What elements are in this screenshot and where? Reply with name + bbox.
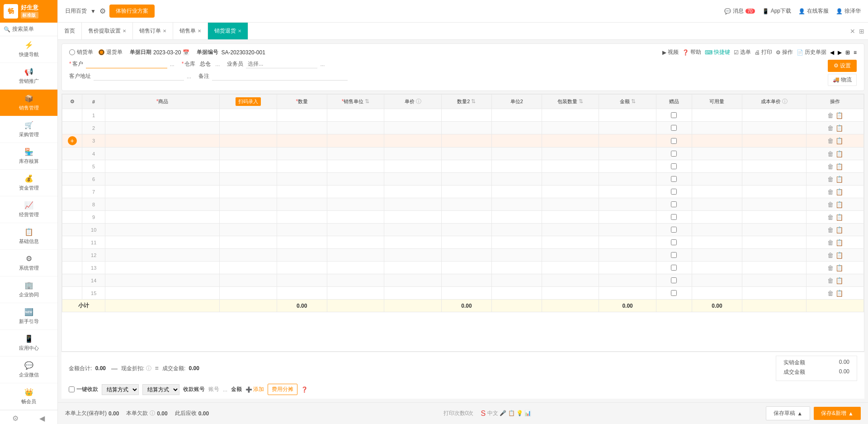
row-goods[interactable] bbox=[105, 160, 219, 173]
row-amount[interactable] bbox=[599, 224, 656, 236]
row-amount[interactable] bbox=[599, 122, 656, 134]
delete-icon[interactable]: 🗑 bbox=[827, 277, 834, 284]
copy-icon[interactable]: 📋 bbox=[835, 201, 843, 208]
copy-icon[interactable]: 📋 bbox=[835, 226, 843, 233]
app-download-btn[interactable]: 📱 App下载 bbox=[762, 7, 791, 15]
row-pack-qty[interactable] bbox=[542, 262, 599, 274]
row-price[interactable] bbox=[384, 122, 442, 134]
add-row-btn[interactable]: + bbox=[68, 136, 77, 145]
row-qty2[interactable] bbox=[441, 287, 491, 300]
sidebar-item-member[interactable]: 👑 畅会员 bbox=[0, 383, 57, 410]
row-price[interactable] bbox=[384, 198, 442, 211]
sidebar-item-system[interactable]: ⚙ 系统管理 bbox=[0, 250, 57, 276]
row-amount[interactable] bbox=[599, 249, 656, 262]
copy-icon[interactable]: 📋 bbox=[835, 239, 843, 246]
row-gift[interactable] bbox=[656, 122, 692, 134]
delete-icon[interactable]: 🗑 bbox=[827, 201, 834, 208]
row-qty[interactable] bbox=[277, 134, 327, 148]
address-dots[interactable]: ... bbox=[187, 73, 191, 80]
copy-icon[interactable]: 📋 bbox=[835, 163, 843, 170]
message-btn[interactable]: 💬 消息 70 bbox=[724, 7, 755, 15]
sidebar-item-shortcut[interactable]: ⚡ 快捷导航 bbox=[0, 36, 57, 63]
row-amount[interactable] bbox=[599, 109, 656, 122]
header-gear-icon[interactable]: ⚙ bbox=[99, 7, 106, 15]
row-gift[interactable] bbox=[656, 109, 692, 122]
row-unit[interactable] bbox=[327, 287, 384, 300]
sidebar-item-basic[interactable]: 📋 基础信息 bbox=[0, 223, 57, 250]
sidebar-item-marketing[interactable]: 📢 营销推广 bbox=[0, 63, 57, 90]
row-price[interactable] bbox=[384, 211, 442, 224]
row-unit2[interactable] bbox=[491, 198, 542, 211]
row-unit[interactable] bbox=[327, 148, 384, 160]
row-qty2[interactable] bbox=[441, 160, 491, 173]
gift-checkbox[interactable] bbox=[671, 176, 677, 182]
row-gift[interactable] bbox=[656, 236, 692, 249]
settle-method-select[interactable]: 结算方式 bbox=[102, 384, 139, 395]
row-qty[interactable] bbox=[277, 211, 327, 224]
sidebar-item-purchase[interactable]: 🛒 采购管理 bbox=[0, 116, 57, 143]
sidebar-search[interactable]: 🔍 搜索菜单 bbox=[0, 23, 57, 36]
sidebar-collapse-btn[interactable]: ◀ bbox=[31, 414, 54, 423]
row-gift[interactable] bbox=[656, 249, 692, 262]
one-click-collect-check[interactable] bbox=[69, 386, 75, 392]
row-price[interactable] bbox=[384, 274, 442, 287]
row-price[interactable] bbox=[384, 160, 442, 173]
save-draft-button[interactable]: 保存草稿 ▲ bbox=[766, 406, 810, 420]
list-view-btn[interactable]: ≡ bbox=[854, 49, 857, 56]
row-goods[interactable] bbox=[105, 173, 219, 186]
row-qty2[interactable] bbox=[441, 274, 491, 287]
gift-checkbox[interactable] bbox=[671, 227, 677, 233]
copy-icon[interactable]: 📋 bbox=[835, 137, 843, 144]
select-btn[interactable]: ☑ 选单 bbox=[734, 48, 751, 56]
row-unit[interactable] bbox=[327, 122, 384, 134]
delete-icon[interactable]: 🗑 bbox=[827, 214, 834, 221]
scan-input-button[interactable]: 扫码录入 bbox=[236, 97, 261, 106]
row-goods[interactable] bbox=[105, 224, 219, 236]
row-amount[interactable] bbox=[599, 198, 656, 211]
row-goods[interactable] bbox=[105, 236, 219, 249]
row-unit[interactable] bbox=[327, 173, 384, 186]
row-goods[interactable] bbox=[105, 211, 219, 224]
row-pack-qty[interactable] bbox=[542, 134, 599, 148]
row-qty2[interactable] bbox=[441, 122, 491, 134]
row-unit2[interactable] bbox=[491, 173, 542, 186]
operation-btn[interactable]: ⚙ 操作 bbox=[776, 48, 793, 56]
gift-checkbox[interactable] bbox=[671, 138, 677, 144]
row-qty2[interactable] bbox=[441, 262, 491, 274]
row-price[interactable] bbox=[384, 148, 442, 160]
row-pack-qty[interactable] bbox=[542, 109, 599, 122]
row-unit[interactable] bbox=[327, 109, 384, 122]
category-dropdown-icon[interactable]: ▼ bbox=[90, 8, 96, 14]
shortcut-btn[interactable]: ⌨ 快捷键 bbox=[705, 48, 730, 56]
row-gift[interactable] bbox=[656, 173, 692, 186]
delete-icon[interactable]: 🗑 bbox=[827, 264, 834, 272]
row-price[interactable] bbox=[384, 236, 442, 249]
row-unit2[interactable] bbox=[491, 122, 542, 134]
row-pack-qty[interactable] bbox=[542, 122, 599, 134]
row-unit[interactable] bbox=[327, 134, 384, 148]
row-amount[interactable] bbox=[599, 173, 656, 186]
prev-record-btn[interactable]: ◀ bbox=[830, 49, 834, 56]
row-qty[interactable] bbox=[277, 274, 327, 287]
history-btn[interactable]: 📄 历史单据 bbox=[797, 48, 826, 56]
tab-sale-price-close[interactable]: ✕ bbox=[123, 29, 126, 33]
row-unit2[interactable] bbox=[491, 287, 542, 300]
row-qty2[interactable] bbox=[441, 249, 491, 262]
tab-expand[interactable]: ⊞ bbox=[859, 28, 864, 35]
next-record-btn[interactable]: ▶ bbox=[838, 49, 842, 56]
row-goods[interactable] bbox=[105, 249, 219, 262]
tab-close-all[interactable]: ✕ bbox=[850, 28, 855, 35]
row-qty[interactable] bbox=[277, 287, 327, 300]
add-btn[interactable]: ➕ 添加 bbox=[245, 386, 264, 393]
row-pack-qty[interactable] bbox=[542, 274, 599, 287]
gift-checkbox[interactable] bbox=[671, 189, 677, 195]
total-debt-help[interactable]: ⓘ bbox=[150, 410, 155, 417]
row-gift[interactable] bbox=[656, 186, 692, 198]
salesperson-dots[interactable]: ... bbox=[320, 61, 325, 67]
row-pack-qty[interactable] bbox=[542, 236, 599, 249]
fee-help-icon[interactable]: ❓ bbox=[301, 386, 308, 393]
row-unit[interactable] bbox=[327, 211, 384, 224]
row-gift[interactable] bbox=[656, 211, 692, 224]
row-qty[interactable] bbox=[277, 160, 327, 173]
fee-split-btn[interactable]: 费用分摊 bbox=[268, 384, 297, 395]
